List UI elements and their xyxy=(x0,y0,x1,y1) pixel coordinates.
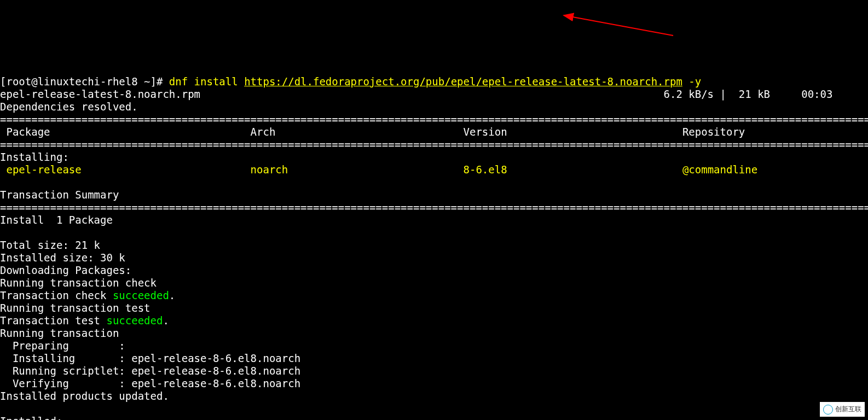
svg-line-1 xyxy=(564,15,673,36)
pkg-arch: noarch xyxy=(251,164,288,176)
download-time: 00:03 xyxy=(801,88,832,100)
succeeded: succeeded xyxy=(106,314,163,326)
products-updated: Installed products updated. xyxy=(0,390,169,402)
brand-watermark: 创新互联 xyxy=(820,402,865,417)
deps-resolved: Dependencies resolved. xyxy=(0,101,138,113)
pkg-repo: @commandline xyxy=(682,164,757,176)
package-url: https://dl.fedoraproject.org/pub/epel/ep… xyxy=(244,75,682,88)
download-file: epel-release-latest-8.noarch.rpm xyxy=(0,88,200,100)
run-check: Running transaction check xyxy=(0,277,157,289)
col-arch: Arch xyxy=(251,126,276,138)
dnf-command: dnf install xyxy=(169,75,244,88)
pkg-name: epel-release xyxy=(6,164,81,176)
col-package: Package xyxy=(6,126,50,138)
col-repo: Repository xyxy=(682,126,745,138)
step-verifying: Verifying : epel-release-8-6.el8.noarch xyxy=(0,377,300,389)
prompt: [root@linuxtechi-rhel8 ~]# xyxy=(0,75,169,88)
download-size: 21 kB xyxy=(739,88,770,100)
installed-label: Installed: xyxy=(0,415,62,420)
brand-text: 创新互联 xyxy=(835,403,861,416)
divider: ========================================… xyxy=(0,138,868,150)
divider: ========================================… xyxy=(0,113,868,125)
col-version: Version xyxy=(464,126,507,138)
run-txn: Running transaction xyxy=(0,327,119,339)
run-test: Running transaction test xyxy=(0,302,151,314)
installing-label: Installing: xyxy=(0,151,69,163)
pipe-sep: | xyxy=(714,88,732,100)
check-pre: Transaction check xyxy=(0,289,113,301)
step-installing: Installing : epel-release-8-6.el8.noarch xyxy=(0,352,300,364)
succeeded: succeeded xyxy=(113,289,169,301)
txn-summary: Transaction Summary xyxy=(0,189,119,201)
installed-size: Installed size: 30 k xyxy=(0,252,125,264)
dot: . xyxy=(169,289,175,301)
brand-logo-icon xyxy=(823,405,833,415)
total-size: Total size: 21 k xyxy=(0,239,100,251)
divider: ========================================… xyxy=(0,201,868,213)
install-count: Install 1 Package xyxy=(0,214,113,226)
test-pre: Transaction test xyxy=(0,314,106,326)
step-scriptlet: Running scriptlet: epel-release-8-6.el8.… xyxy=(0,365,300,377)
yes-flag: -y xyxy=(682,75,701,88)
download-speed: 6.2 kB/s xyxy=(664,88,714,100)
annotation-arrow xyxy=(558,13,684,44)
dot: . xyxy=(163,314,169,326)
step-preparing: Preparing : xyxy=(0,340,131,352)
pkg-version: 8-6.el8 xyxy=(464,164,507,176)
terminal[interactable]: [root@linuxtechi-rhel8 ~]# dnf install h… xyxy=(0,63,868,420)
downloading-packages: Downloading Packages: xyxy=(0,264,131,276)
